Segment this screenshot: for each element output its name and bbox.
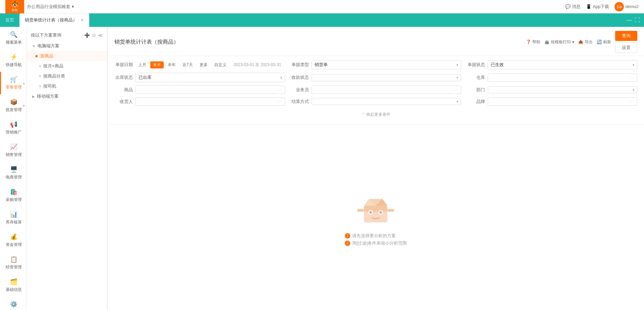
- export-btn[interactable]: 📤 导出: [578, 39, 593, 45]
- sidebar-item-retail[interactable]: 🛒 零售管理: [0, 72, 26, 94]
- consignee-filter-item: 收货人 ···: [114, 97, 285, 106]
- sidebar-item-ecommerce[interactable]: 🖥️ 电商管理: [0, 162, 26, 184]
- tree-item-desktop[interactable]: ▼ 电脑端方案: [27, 41, 107, 51]
- topbar: 🐯 标账 办公用品行业模拟账套 ▾ 💬 消息 📱 App下载 Ea demo2: [0, 0, 644, 13]
- payment-method-select[interactable]: ▾: [312, 98, 461, 105]
- page-actions: ❓ 帮助 🖨️ 按模板打印 ▾ 📤 导出 🔄 刷新: [526, 31, 637, 53]
- brand-select[interactable]: ···: [488, 97, 637, 106]
- product-dots-icon[interactable]: ···: [276, 87, 282, 92]
- export-icon: 📤: [578, 40, 583, 44]
- user-menu[interactable]: Ea demo2: [614, 2, 639, 11]
- tree-item-by-month-product[interactable]: ≡ 按月+商品: [27, 61, 107, 71]
- sidebar-search-label: 搜索菜单: [6, 40, 22, 45]
- help-btn[interactable]: ❓ 帮助: [526, 39, 540, 45]
- payment-method-control: ▾: [312, 98, 461, 105]
- date-tab-last-month[interactable]: 上月: [136, 61, 149, 68]
- tree-item-mobile[interactable]: ▶ 移动端方案: [27, 91, 107, 101]
- by-product-label: 按商品: [40, 53, 53, 59]
- tree-item-by-category[interactable]: ≡ 按商品分类: [27, 71, 107, 81]
- product-label: 商品: [114, 87, 133, 93]
- product-control: ···: [136, 86, 285, 94]
- salesperson-select[interactable]: ···: [312, 86, 461, 94]
- warehouse-select[interactable]: ···: [488, 73, 637, 82]
- product-select[interactable]: ···: [136, 86, 285, 94]
- basic-icon: 🗂️: [10, 278, 17, 286]
- sidebar-wholesale-label: 批发管理: [6, 107, 22, 113]
- sidebar-item-basic[interactable]: 🗂️ 基础信息: [0, 274, 26, 297]
- doc-status-select[interactable]: 已生效 ▾: [488, 60, 637, 69]
- product-filter-item: 商品 ···: [114, 86, 285, 94]
- consignee-dots-icon[interactable]: ···: [276, 99, 282, 104]
- warehouse-control: ···: [488, 73, 637, 82]
- department-control: ▾: [488, 86, 637, 93]
- edit-scheme-btn[interactable]: ⊙: [92, 33, 96, 38]
- sidebar-item-quick-nav[interactable]: ⚡ 快捷导航: [0, 49, 26, 72]
- query-button[interactable]: 查询: [615, 31, 637, 41]
- message-label: 消息: [572, 4, 581, 10]
- sidebar-item-wholesale[interactable]: 📦 批发管理: [0, 94, 26, 117]
- collapse-panel-btn[interactable]: ≪: [98, 33, 103, 38]
- message-btn[interactable]: 💬 消息: [565, 4, 581, 10]
- topbar-right: 💬 消息 📱 App下载 Ea demo2: [565, 2, 639, 11]
- collapse-label: 收起更多条件: [366, 112, 390, 117]
- sidebar-item-sales[interactable]: 📈 销售管理: [0, 139, 26, 162]
- svg-rect-1: [364, 206, 387, 212]
- brand-dots-icon[interactable]: ···: [629, 99, 634, 104]
- tree-item-by-product[interactable]: ● 按商品: [27, 51, 107, 61]
- svg-point-4: [369, 211, 372, 214]
- storage-status-arrow-icon: ▾: [280, 76, 282, 80]
- step-2-badge: 2: [345, 241, 350, 246]
- sidebar-item-system[interactable]: ⚙️ 系统管理: [0, 297, 26, 310]
- doc-status-value: 已生效: [491, 62, 504, 68]
- brand-label: 品牌: [467, 99, 485, 105]
- department-filter-item: 部门 ▾: [467, 86, 637, 93]
- tab-close-icon[interactable]: ✕: [80, 18, 84, 22]
- add-scheme-btn[interactable]: ➕: [84, 33, 90, 38]
- date-tab-more[interactable]: 更多: [197, 61, 210, 68]
- sidebar-item-operations[interactable]: 📋 经营管理: [0, 252, 26, 274]
- export-label: 导出: [585, 39, 593, 45]
- warehouse-dots-icon[interactable]: ···: [629, 75, 634, 80]
- app-download-label: App下载: [593, 4, 609, 10]
- tab-home[interactable]: 首页: [0, 13, 19, 27]
- tab-sales-stats[interactable]: 销货单统计计表（按商品） ✕: [19, 13, 89, 27]
- sidebar-item-marketing[interactable]: 📢 营销推广: [0, 117, 26, 139]
- date-tab-7days[interactable]: 近7天: [180, 61, 196, 68]
- logo-icon: 🐯: [11, 1, 18, 8]
- ecommerce-icon: 🖥️: [10, 166, 17, 173]
- settings-button[interactable]: 设置: [615, 42, 637, 53]
- brand-filter-item: 品牌 ···: [467, 97, 637, 106]
- date-tab-this-month[interactable]: 本月: [150, 61, 164, 68]
- app-download-btn[interactable]: 📱 App下载: [586, 4, 609, 10]
- app-selector[interactable]: 办公用品行业模拟账套 ▾: [27, 4, 74, 10]
- storage-status-select[interactable]: 已出库 ▾: [136, 73, 285, 82]
- print-template-btn[interactable]: 🖨️ 按模板打印 ▾: [544, 39, 574, 45]
- sidebar-item-inventory[interactable]: 📊 库存核算: [0, 207, 26, 229]
- doc-type-filter-item: 单据类型 销货单 ▾: [290, 60, 461, 69]
- empty-illustration: [352, 187, 399, 227]
- consignee-select[interactable]: ···: [136, 97, 285, 106]
- department-select[interactable]: ▾: [488, 86, 637, 93]
- storage-status-label: 出库状态: [114, 74, 133, 81]
- sidebar-item-search[interactable]: 🔍 搜索菜单: [0, 27, 26, 49]
- sidebar-item-finance[interactable]: 💰 资金管理: [0, 229, 26, 252]
- date-tabs: 上月 本月 本年 近7天 更多 自定义: [136, 61, 229, 68]
- consignee-control: ···: [136, 97, 285, 106]
- sidebar-item-purchase[interactable]: 🛍️ 采购管理: [0, 184, 26, 207]
- date-tab-this-year[interactable]: 本年: [165, 61, 178, 68]
- fullscreen-icon[interactable]: ⛶: [635, 17, 640, 23]
- minimize-icon[interactable]: —: [627, 17, 632, 23]
- payment-status-select[interactable]: ▾: [312, 74, 461, 81]
- sidebar-quick-nav-label: 快捷导航: [6, 62, 22, 68]
- quick-nav-icon: ⚡: [10, 53, 17, 61]
- tree-item-by-driver[interactable]: ≡ 按司机: [27, 81, 107, 91]
- doc-type-select[interactable]: 销货单 ▾: [312, 60, 461, 69]
- page-header: 销货单统计计表（按商品） ❓ 帮助 🖨️ 按模板打印 ▾ 📤 导出: [108, 27, 644, 56]
- refresh-btn[interactable]: 🔄 刷新: [597, 39, 611, 45]
- date-tab-custom[interactable]: 自定义: [212, 61, 229, 68]
- wholesale-icon: 📦: [10, 98, 17, 106]
- collapse-bar[interactable]: ⌃ 收起更多条件: [114, 109, 637, 120]
- salesperson-dots-icon[interactable]: ···: [452, 87, 458, 92]
- storage-status-control: 已出库 ▾: [136, 73, 285, 82]
- storage-status-value: 已出库: [139, 74, 152, 81]
